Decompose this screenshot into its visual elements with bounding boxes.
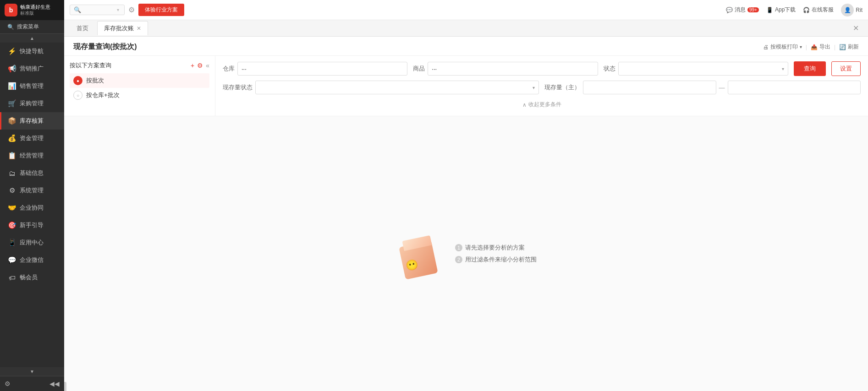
sidebar-item-finance[interactable]: 💰 资金管理 xyxy=(0,130,64,147)
search-icon: 🔍 xyxy=(7,24,14,30)
page-actions: 🖨 按模板打印 ▾ | 📤 导出 | 🔄 刷新 xyxy=(763,43,859,51)
setting-button[interactable]: 设置 xyxy=(831,61,861,76)
scroll-up-btn[interactable]: ▲ xyxy=(2,36,62,41)
warehouse-dots[interactable]: ··· xyxy=(242,65,247,72)
sidebar-item-label: 经营管理 xyxy=(20,152,44,160)
sidebar-search[interactable]: 🔍 搜索菜单 xyxy=(0,20,64,34)
user-profile-button[interactable]: 👤 Rit xyxy=(841,4,863,16)
marketing-icon: 📢 xyxy=(8,65,16,73)
scheme-settings-icon[interactable]: ⚙ xyxy=(197,62,203,69)
empty-illustration: 😶 xyxy=(396,231,441,277)
sidebar-item-operations[interactable]: 📋 经营管理 xyxy=(0,147,64,164)
product-dots[interactable]: ··· xyxy=(432,65,437,72)
topbar-gear-icon[interactable]: ⚙ xyxy=(128,5,135,14)
empty-hint-2: 2 用过滤条件来缩小分析范围 xyxy=(455,255,537,264)
scheme-item-batch[interactable]: ● 按批次 xyxy=(70,73,209,88)
empty-text: 1 请先选择要分析的方案 2 用过滤条件来缩小分析范围 xyxy=(455,244,537,264)
inventory-icon: 📦 xyxy=(8,117,16,125)
message-label: 消息 xyxy=(735,6,746,14)
scheme-item-label: 按仓库+批次 xyxy=(86,91,120,99)
print-label: 按模板打印 xyxy=(770,43,798,51)
status-filter-group: 状态 ▾ xyxy=(604,62,788,76)
sidebar-item-label: 销售管理 xyxy=(20,82,44,90)
action-divider-2: | xyxy=(834,44,835,50)
filter-panel: 按以下方案查询 + ⚙ « ● 按批次 ○ 按仓库+批次 xyxy=(64,56,868,116)
app-logo: b xyxy=(5,4,17,16)
message-button[interactable]: 💬 消息 99+ xyxy=(726,6,759,14)
right-panel-toggle[interactable]: ‹ xyxy=(64,382,66,391)
sidebar-item-newuser[interactable]: 🎯 新手引导 xyxy=(0,217,64,234)
sidebar-item-purchase[interactable]: 🛒 采购管理 xyxy=(0,95,64,112)
tab-close-icon[interactable]: ✕ xyxy=(137,25,141,32)
topbar-search-box[interactable]: 🔍 ▾ xyxy=(70,5,125,15)
hint-num-1: 1 xyxy=(455,244,462,251)
sidebar-item-label: 企业微信 xyxy=(20,256,44,264)
sidebar-item-member[interactable]: 🏷 畅会员 xyxy=(0,269,64,286)
industry-solution-button[interactable]: 体验行业方案 xyxy=(138,4,184,16)
collapse-icon: ∧ xyxy=(522,102,527,108)
status-select[interactable]: ▾ xyxy=(618,62,788,76)
sidebar: b 畅康通好生意 标准版 🔍 搜索菜单 ▲ ⚡ 快捷导航 📢 营销推广 📊 销售… xyxy=(0,0,64,391)
sidebar-item-marketing[interactable]: 📢 营销推广 xyxy=(0,60,64,77)
stock-status-select[interactable]: ▾ xyxy=(255,81,539,94)
export-button[interactable]: 📤 导出 xyxy=(811,43,830,51)
print-icon: 🖨 xyxy=(763,44,769,50)
tab-batch-inventory[interactable]: 库存批次账 ✕ xyxy=(97,21,148,35)
topbar: 🔍 ▾ ⚙ 体验行业方案 💬 消息 99+ 📱 App下载 🎧 在线客服 👤 xyxy=(64,0,868,20)
empty-state: 😶 1 请先选择要分析的方案 2 用过滤条件来缩小分析范围 xyxy=(64,116,868,391)
sidebar-item-inventory[interactable]: 📦 库存核算 xyxy=(0,112,64,130)
print-dropdown-icon[interactable]: ▾ xyxy=(800,44,802,49)
stock-qty-min[interactable] xyxy=(583,81,716,94)
quick-nav-icon: ⚡ xyxy=(8,47,16,55)
sidebar-item-apps[interactable]: 📱 应用中心 xyxy=(0,234,64,251)
finance-icon: 💰 xyxy=(8,134,16,142)
sidebar-item-label: 库存核算 xyxy=(20,117,44,125)
sidebar-item-label: 基础信息 xyxy=(20,169,44,177)
sidebar-scroll-up[interactable]: ▲ xyxy=(0,34,64,43)
refresh-button[interactable]: 🔄 刷新 xyxy=(839,43,859,51)
right-filters: 仓库 ··· 商品 ··· 状态 xyxy=(215,56,868,116)
sidebar-item-system[interactable]: ⚙ 系统管理 xyxy=(0,182,64,199)
sidebar-item-quick-nav[interactable]: ⚡ 快捷导航 xyxy=(0,43,64,60)
sidebar-item-sales[interactable]: 📊 销售管理 xyxy=(0,77,64,95)
sidebar-item-enterprise[interactable]: 🤝 企业协同 xyxy=(0,199,64,217)
topbar-dropdown-icon[interactable]: ▾ xyxy=(117,7,119,12)
topbar-search-input[interactable] xyxy=(83,7,115,13)
sidebar-item-wechat[interactable]: 💬 企业微信 xyxy=(0,251,64,269)
service-icon: 🎧 xyxy=(803,7,810,13)
app-download-button[interactable]: 📱 App下载 xyxy=(766,6,796,14)
settings-bottom-icon[interactable]: ⚙ xyxy=(5,380,11,387)
scheme-active-icon: ● xyxy=(73,76,82,85)
tab-home[interactable]: 首页 xyxy=(70,21,95,35)
stock-qty-filter-group: 现存量（主） — xyxy=(544,81,861,94)
stock-qty-label: 现存量（主） xyxy=(544,83,580,92)
close-panel-button[interactable]: ✕ xyxy=(849,24,863,33)
hint-text-2: 用过滤条件来缩小分析范围 xyxy=(465,255,537,264)
topbar-search-icon: 🔍 xyxy=(74,6,81,13)
scheme-title: 按以下方案查询 xyxy=(70,61,111,70)
status-label: 状态 xyxy=(604,65,615,73)
filter-row-2: 现存量状态 ▾ 现存量（主） — xyxy=(223,81,861,94)
stock-status-label: 现存量状态 xyxy=(223,83,253,92)
scheme-collapse-icon[interactable]: « xyxy=(206,62,209,69)
apps-icon: 📱 xyxy=(8,239,16,247)
product-filter-group: 商品 ··· xyxy=(413,62,598,76)
filter-row-1: 仓库 ··· 商品 ··· 状态 xyxy=(223,61,861,76)
warehouse-input[interactable]: ··· xyxy=(237,62,407,76)
query-button[interactable]: 查询 xyxy=(794,61,826,76)
sidebar-item-label: 快捷导航 xyxy=(20,47,44,55)
refresh-label: 刷新 xyxy=(848,43,859,51)
print-button[interactable]: 🖨 按模板打印 ▾ xyxy=(763,43,802,51)
online-service-button[interactable]: 🎧 在线客服 xyxy=(803,6,834,14)
sidebar-item-basic[interactable]: 🗂 基础信息 xyxy=(0,164,64,182)
product-input[interactable]: ··· xyxy=(428,62,598,76)
collapse-sidebar-icon[interactable]: ◀◀ xyxy=(49,380,60,387)
scheme-item-warehouse-batch[interactable]: ○ 按仓库+批次 xyxy=(70,88,209,103)
stock-qty-dash: — xyxy=(719,84,725,91)
warehouse-label: 仓库 xyxy=(223,65,235,73)
add-scheme-icon[interactable]: + xyxy=(191,62,194,69)
collapse-filters-button[interactable]: ∧ 收起更多条件 xyxy=(223,99,861,110)
scroll-down-btn[interactable]: ▼ xyxy=(2,369,62,374)
sidebar-scroll-down[interactable]: ▼ xyxy=(0,367,64,376)
stock-qty-max[interactable] xyxy=(728,81,861,94)
